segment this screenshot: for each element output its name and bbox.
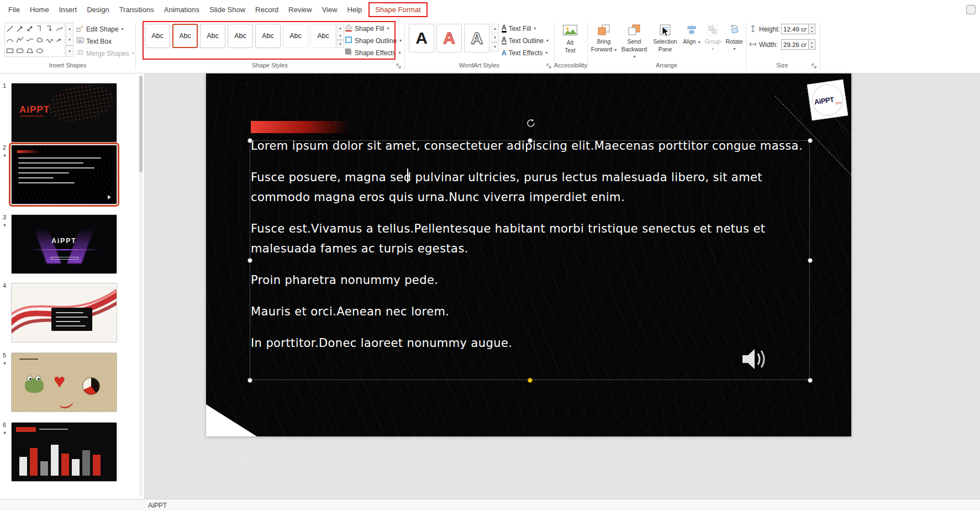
shape-blob-icon[interactable] xyxy=(35,34,45,45)
resize-handle-bottom-right[interactable] xyxy=(808,378,813,383)
styles-up-icon[interactable]: ▴ xyxy=(337,24,344,32)
wordart-down-icon[interactable]: ▾ xyxy=(492,33,498,42)
gallery-up-icon[interactable]: ▴ xyxy=(66,23,73,34)
tab-help[interactable]: Help xyxy=(343,0,367,19)
rotate-handle-icon[interactable] xyxy=(525,118,536,129)
tab-animations[interactable]: Animations xyxy=(159,0,204,19)
width-spin-up-icon[interactable]: ▴ xyxy=(809,40,815,45)
ribbon-options-icon[interactable] xyxy=(966,5,976,14)
rotate-button[interactable]: Rotate ▾ xyxy=(724,22,745,60)
tab-view[interactable]: View xyxy=(317,0,343,19)
send-backward-label-2: Backward ▾ xyxy=(620,46,649,60)
wordart-up-icon[interactable]: ▴ xyxy=(492,24,498,33)
text-line: Fusce est.Vivamus a tellus.Pellentesque … xyxy=(251,219,811,239)
slide-thumbnail-2-selected[interactable] xyxy=(11,145,117,204)
slide-thumbnail-6[interactable] xyxy=(11,422,117,482)
edit-shape-button[interactable]: Edit Shape ▾ xyxy=(76,23,124,35)
wordart-preset-3[interactable]: A xyxy=(464,24,489,52)
shape-style-preset-3[interactable]: Abc xyxy=(200,24,225,48)
selection-pane-button[interactable]: Selection Pane xyxy=(651,22,679,60)
slide-thumbnail-1[interactable]: AiPPT xyxy=(11,83,117,143)
shape-style-preset-2-selected[interactable]: Abc xyxy=(172,24,198,48)
aippt-logo[interactable]: AiPPT .com xyxy=(807,80,849,121)
slide-editing-surface[interactable]: AiPPT .com Lorem ipsum dolor sit amet, c… xyxy=(206,73,851,436)
tab-transitions[interactable]: Transitions xyxy=(114,0,159,19)
shape-style-preset-5[interactable]: Abc xyxy=(255,24,281,48)
group-button[interactable]: Group ▾ xyxy=(703,22,723,60)
size-dialog-launcher-icon[interactable] xyxy=(811,62,818,69)
shape-effects-button[interactable]: Shape Effects ▾ xyxy=(345,47,401,59)
width-spin-down-icon[interactable]: ▾ xyxy=(809,45,815,50)
height-input[interactable] xyxy=(781,24,809,34)
shape-style-preset-4[interactable]: Abc xyxy=(228,24,253,48)
slide-thumbnail-4[interactable] xyxy=(11,283,117,343)
shape-style-preset-1[interactable]: Abc xyxy=(145,24,170,48)
styles-more-icon[interactable]: ▾ xyxy=(337,40,344,48)
scrollbar-thumb[interactable] xyxy=(139,76,143,172)
mini-text-line xyxy=(19,359,38,360)
mini-text-panel xyxy=(51,308,92,331)
shape-elbow-connector-icon[interactable] xyxy=(35,23,45,34)
gallery-more-icon[interactable]: ▾ xyxy=(66,45,73,56)
bring-forward-button[interactable]: Bring Forward ▾ xyxy=(590,22,618,60)
resize-handle-top-left[interactable] xyxy=(247,138,252,143)
align-button[interactable]: Align ▾ xyxy=(682,22,702,60)
shape-style-preset-7[interactable]: Abc xyxy=(310,24,336,48)
text-outline-button[interactable]: A Text Outline ▾ xyxy=(502,35,549,46)
tab-slide-show[interactable]: Slide Show xyxy=(204,0,250,19)
text-effects-button[interactable]: A Text Effects ▾ xyxy=(502,47,548,59)
height-spin-up-icon[interactable]: ▴ xyxy=(809,24,815,29)
shape-arrow-icon[interactable] xyxy=(15,23,25,34)
shape-outline-button[interactable]: Shape Outline ▾ xyxy=(345,35,402,46)
shape-scribble-icon[interactable] xyxy=(45,34,55,45)
width-input[interactable] xyxy=(781,39,809,50)
slide-thumbnail-5[interactable]: ♥ xyxy=(11,352,117,412)
height-spin-down-icon[interactable]: ▾ xyxy=(809,29,815,34)
shape-curve-icon[interactable] xyxy=(25,34,35,45)
resize-handle-middle-left[interactable] xyxy=(247,258,252,263)
wordart-dialog-launcher-icon[interactable] xyxy=(546,62,552,69)
send-backward-button[interactable]: Send Backward ▾ xyxy=(620,22,649,60)
red-accent-bar-shape[interactable] xyxy=(251,121,350,133)
gallery-down-icon[interactable]: ▾ xyxy=(66,34,73,45)
shape-oval-icon[interactable] xyxy=(35,45,45,56)
tab-design[interactable]: Design xyxy=(82,0,114,19)
resize-handle-top-center[interactable] xyxy=(528,138,533,143)
shape-style-preset-6[interactable]: Abc xyxy=(283,24,308,48)
shape-loop-icon[interactable] xyxy=(55,34,65,45)
tab-review[interactable]: Review xyxy=(283,0,317,19)
tab-shape-format[interactable]: Shape Format xyxy=(368,2,427,17)
shape-rounded-rectangle-icon[interactable] xyxy=(15,45,25,56)
merge-shapes-button[interactable]: Merge Shapes ▾ xyxy=(76,48,134,59)
text-box-button[interactable]: A Text Box xyxy=(76,35,112,47)
text-fill-button[interactable]: A Text Fill ▾ xyxy=(502,23,536,34)
resize-handle-bottom-left[interactable] xyxy=(247,378,252,383)
adjust-handle-bottom-center[interactable] xyxy=(528,378,533,383)
styles-down-icon[interactable]: ▾ xyxy=(337,32,344,40)
shape-trapezoid-icon[interactable] xyxy=(25,45,35,56)
tab-file[interactable]: File xyxy=(3,0,25,19)
wordart-preset-2[interactable]: A xyxy=(436,24,462,52)
shape-arc-icon[interactable] xyxy=(5,34,15,45)
resize-handle-top-right[interactable] xyxy=(808,138,813,143)
audio-speaker-icon[interactable] xyxy=(740,346,770,372)
tab-insert[interactable]: Insert xyxy=(54,0,82,19)
tab-record[interactable]: Record xyxy=(250,0,283,19)
shape-freeform-icon[interactable] xyxy=(15,34,25,45)
slide-thumbnail-3[interactable]: AiPPT xyxy=(11,214,117,274)
wordart-sample-black: A xyxy=(415,29,428,48)
shape-styles-dialog-launcher-icon[interactable] xyxy=(396,62,402,69)
wordart-more-icon[interactable]: ▾ xyxy=(492,42,498,51)
shape-curved-connector-icon[interactable] xyxy=(55,23,65,34)
wordart-preset-1[interactable]: A xyxy=(409,24,434,52)
alt-text-button[interactable]: Alt Text xyxy=(558,22,582,60)
shape-rectangle-icon[interactable] xyxy=(5,45,15,56)
group-separator xyxy=(820,22,820,70)
shape-line-icon[interactable] xyxy=(5,23,15,34)
shape-elbow-arrow-icon[interactable] xyxy=(45,23,55,34)
resize-handle-middle-right[interactable] xyxy=(808,258,813,263)
chevron-down-icon: ▾ xyxy=(546,38,549,43)
shape-fill-button[interactable]: Shape Fill ▾ xyxy=(345,23,389,34)
tab-home[interactable]: Home xyxy=(25,0,54,19)
shape-double-arrow-icon[interactable] xyxy=(25,23,35,34)
